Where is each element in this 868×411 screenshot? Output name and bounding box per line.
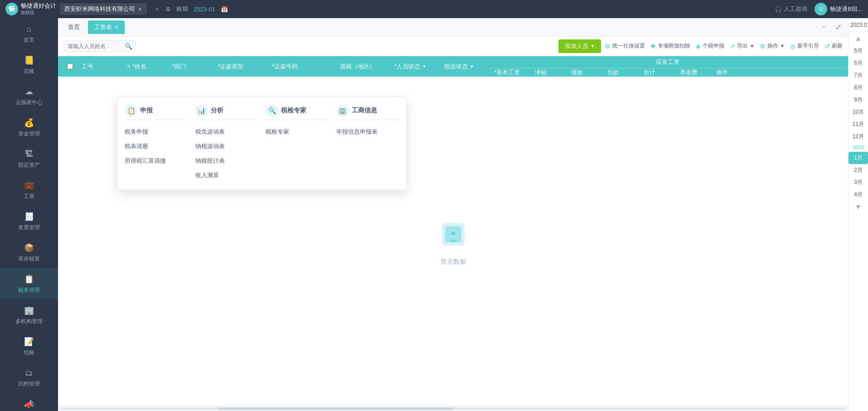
menu-item-tax-burden-fluctuation[interactable]: 税负波动表 — [195, 125, 259, 139]
month-item-5[interactable]: 5月 — [849, 45, 868, 57]
menu-item-tax-expert[interactable]: 税检专家 — [266, 125, 329, 139]
add-person-button[interactable]: 添加人员 ▼ — [558, 39, 601, 53]
month-item-9[interactable]: 9月 — [849, 94, 868, 106]
status-filter-icon[interactable]: ▼ — [422, 64, 427, 69]
scrollbar-track — [60, 407, 846, 410]
month-item-4[interactable]: 4月 — [849, 189, 868, 201]
app-name: 畅捷通好会计 — [21, 2, 56, 10]
month-item-7[interactable]: 7月 — [849, 69, 868, 82]
col-operation: 操作 — [713, 68, 749, 77]
sidebar-item-tax[interactable]: 📋 税务管理 — [0, 268, 58, 300]
year-2023-label: 2023 — [849, 143, 868, 152]
group-header-label: 应发工资 — [490, 56, 844, 68]
business-info-icon: 🏢 — [336, 104, 349, 117]
sidebar-item-invoice[interactable]: 🧾 发票管理 — [0, 206, 58, 237]
special-deduction-button[interactable]: ✚ 专项附加扣除 — [650, 42, 690, 50]
social-insurance-button[interactable]: ⚙ 统一社保设置 — [605, 42, 645, 50]
home-icon: ⌂ — [24, 24, 34, 34]
tab-bar-right: － ⤢ — [817, 21, 844, 34]
menu-item-income-estimate[interactable]: 收入测算 — [195, 168, 259, 183]
month-item-10[interactable]: 10月 — [849, 106, 868, 118]
user-info[interactable]: U 畅捷通B组... — [815, 3, 863, 15]
refresh-button[interactable]: ↺ 刷新 — [824, 42, 843, 50]
top-bar: 畅 畅捷通好会计 旗舰版 西安虾米网络科技有限公司 ▼ ＋ ⚙ 账期 2023-… — [0, 0, 868, 18]
tax-declaration-button[interactable]: ◈ 个税申报 — [696, 42, 724, 50]
guide-button[interactable]: ◎ 新手引导 — [790, 42, 819, 50]
select-all-checkbox[interactable] — [62, 63, 78, 69]
svg-rect-3 — [450, 240, 456, 242]
sidebar-item-expense[interactable]: 📣 小畅报销 — [0, 393, 58, 411]
search-box: 🔍 — [63, 40, 136, 52]
nav-down-icon[interactable]: ▼ — [854, 203, 863, 212]
dropdown-section-business-info: 🏢 工商信息 年报信息申报表 — [336, 104, 400, 183]
sidebar-item-fund[interactable]: 💰 资金管理 — [0, 112, 58, 143]
sidebar-item-inventory[interactable]: 📦 库存核算 — [0, 237, 58, 268]
social-insurance-icon: ⚙ — [605, 43, 611, 50]
fund-icon: 💰 — [24, 117, 34, 128]
menu-item-tax-table-register[interactable]: 税表清册 — [125, 139, 188, 154]
menu-item-tax-payment-fluctuation[interactable]: 纳税波动表 — [195, 139, 259, 154]
report-status-filter-icon[interactable]: ▼ — [470, 64, 474, 69]
month-item-11[interactable]: 11月 — [849, 118, 868, 131]
sidebar-item-close[interactable]: 📝 结账 — [0, 331, 58, 362]
add-caret-icon: ▼ — [590, 44, 595, 48]
calendar-icon[interactable]: 📅 — [221, 6, 228, 13]
search-input[interactable] — [68, 43, 122, 49]
col-total: 合计 — [640, 68, 676, 77]
table-area: 工号 ⇅ *姓名 *部门 *证鉴类型 *证鉴号码 国籍（地区） — [58, 56, 848, 411]
table-header: 工号 ⇅ *姓名 *部门 *证鉴类型 *证鉴号码 国籍（地区） — [58, 56, 848, 77]
menu-item-annual-report[interactable]: 年报信息申报表 — [336, 125, 400, 139]
sidebar-item-multi-org[interactable]: 🏢 多机构管理 — [0, 300, 58, 331]
settings-icon[interactable]: ⚙ — [165, 6, 171, 13]
refresh-icon: ↺ — [824, 43, 830, 50]
company-name: 西安虾米网络科技有限公司 — [64, 5, 135, 13]
sidebar-item-fixed-assets[interactable]: 🏗 固定资产 — [0, 143, 58, 174]
company-selector[interactable]: 西安虾米网络科技有限公司 ▼ — [60, 3, 147, 15]
sidebar-item-ledger[interactable]: 📒 总账 — [0, 49, 58, 81]
sort-name-icon[interactable]: ⇅ — [127, 64, 131, 69]
ledger-icon: 📒 — [24, 55, 34, 66]
scrollbar-thumb[interactable] — [217, 407, 453, 410]
section-declaration-title: 📋 申报 — [125, 104, 188, 120]
tax-icon-btn: ◈ — [696, 43, 701, 50]
menu-item-tax-declaration[interactable]: 税务申报 — [125, 125, 188, 139]
month-item-3[interactable]: 3月 — [849, 176, 868, 189]
tab-home[interactable]: 首页 — [62, 20, 86, 34]
period-value: 2023-01 — [194, 6, 215, 13]
inventory-icon: 📦 — [24, 242, 34, 253]
col-base-salary: *基本工资 — [490, 68, 531, 77]
sidebar-item-payroll[interactable]: 💼 工资 — [0, 174, 58, 206]
month-item-2[interactable]: 2月 — [849, 164, 868, 176]
guide-btn-icon: ◎ — [790, 43, 795, 50]
add-icon[interactable]: ＋ — [154, 5, 160, 13]
col-employee-id: 工号 — [78, 63, 123, 71]
sidebar-item-archive[interactable]: 🗂 归档管理 — [0, 362, 58, 393]
col-group-salary: 应发工资 *基本工资 津贴 绩效 扣款 — [490, 56, 844, 77]
customer-service[interactable]: 🎧 人工咨询 — [775, 5, 807, 13]
month-item-12[interactable]: 12月 — [849, 131, 868, 143]
export-button[interactable]: ↗ 导出 ▼ — [730, 42, 754, 50]
tab-restore-icon[interactable]: ⤢ — [832, 21, 844, 34]
cloud-icon: ☁ — [24, 86, 34, 97]
tab-minimize-icon[interactable]: － — [817, 21, 830, 34]
menu-item-income-tax-settlement[interactable]: 所得税汇算清缴 — [125, 154, 188, 168]
month-item-6[interactable]: 6月 — [849, 57, 868, 69]
assets-icon: 🏗 — [24, 149, 34, 160]
sidebar-item-home[interactable]: ⌂ 首页 — [0, 18, 58, 49]
month-item-8[interactable]: 8月 — [849, 82, 868, 94]
toolbar: 🔍 添加人员 ▼ ⚙ 统一社保设置 ✚ 专项附加扣除 ◈ 个税申报 — [58, 36, 848, 56]
sidebar-item-cloud-report[interactable]: ☁ 云报表中心 — [0, 81, 58, 112]
nav-up-icon[interactable]: ▲ — [854, 34, 863, 43]
menu-item-tax-statistics[interactable]: 纳税统计表 — [195, 154, 259, 168]
checkbox-all[interactable] — [67, 63, 73, 69]
dropdown-section-tax-expert: 🔍 税检专家 税检专家 — [266, 104, 329, 183]
content-area: 首页 工资表 × － ⤢ 🔍 添加人员 ▼ ⚙ — [58, 18, 848, 411]
expense-icon: 📣 — [24, 399, 34, 410]
horizontal-scrollbar[interactable] — [58, 406, 848, 411]
col-status: *人员状态 ▼ — [391, 63, 441, 71]
app-edition: 旗舰版 — [21, 10, 56, 16]
tab-payroll[interactable]: 工资表 × — [88, 20, 125, 34]
month-item-1-active[interactable]: 1月 — [849, 152, 868, 164]
tab-close-icon[interactable]: × — [115, 24, 118, 31]
operation-button[interactable]: ⚙ 操作 ▼ — [760, 42, 785, 50]
